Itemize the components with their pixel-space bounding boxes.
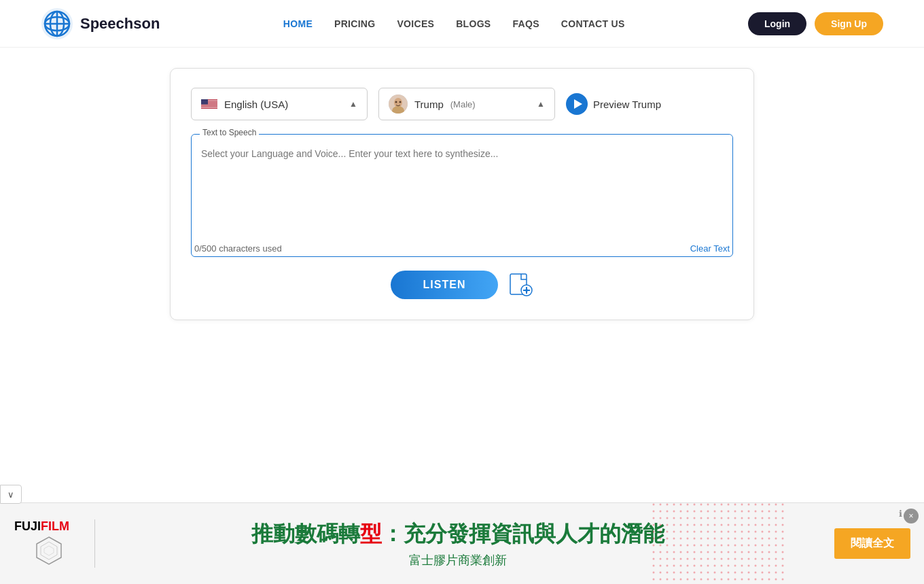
us-flag-icon [201,99,217,109]
voice-name: Trump [414,99,444,110]
logo-icon [41,7,73,40]
controls-row: English (USA) ▲ [191,88,733,120]
textarea-footer: 0/500 characters used Clear Text [192,239,732,256]
listen-button[interactable]: LISTEN [391,271,499,299]
svg-rect-14 [201,105,217,106]
svg-rect-13 [201,105,217,105]
svg-rect-17 [201,107,217,108]
nav-links: HOME PRICING VOICES BLOGS FAQS CONTACT U… [283,18,625,30]
svg-rect-15 [201,106,217,107]
play-triangle-icon [574,99,582,109]
textarea-section: Text to Speech 0/500 characters used Cle… [191,134,733,257]
logo-text: Speechson [80,15,160,33]
svg-rect-19 [201,99,208,105]
voice-gender: (Male) [450,99,476,109]
language-label: English (USA) [224,99,288,110]
main-content: English (USA) ▲ [0,48,924,341]
nav-pricing[interactable]: PRICING [334,18,375,29]
voice-avatar [389,95,408,114]
login-button[interactable]: Login [748,12,806,35]
svg-rect-16 [201,107,217,107]
nav-contact[interactable]: CONTACT US [561,18,625,29]
char-count: 0/500 characters used [194,243,282,254]
clear-text-button[interactable]: Clear Text [690,243,730,254]
language-selector[interactable]: English (USA) ▲ [191,88,368,120]
preview-label: Preview Trump [593,99,661,110]
voice-selector[interactable]: Trump (Male) ▲ [378,88,555,120]
signup-button[interactable]: Sign Up [815,12,883,35]
nav-voices[interactable]: VOICES [397,18,434,29]
bottom-row: LISTEN [191,271,733,299]
nav-blogs[interactable]: BLOGS [456,18,491,29]
logo[interactable]: Speechson [41,7,160,40]
nav-home[interactable]: HOME [283,18,313,29]
tts-textarea[interactable] [192,135,732,237]
nav-buttons: Login Sign Up [748,12,883,35]
tts-card: English (USA) ▲ [170,68,754,320]
nav-faqs[interactable]: FAQS [512,18,539,29]
svg-point-29 [525,289,528,292]
preview-button[interactable]: Preview Trump [566,89,661,119]
svg-point-24 [399,101,402,103]
voice-chevron-icon: ▲ [537,99,545,109]
svg-point-23 [395,101,397,103]
file-upload-icon[interactable] [509,273,533,297]
svg-rect-18 [201,108,217,109]
textarea-label: Text to Speech [200,128,259,137]
play-circle-icon [566,93,588,115]
navbar: Speechson HOME PRICING VOICES BLOGS FAQS… [0,0,924,48]
language-chevron-icon: ▲ [349,99,357,109]
